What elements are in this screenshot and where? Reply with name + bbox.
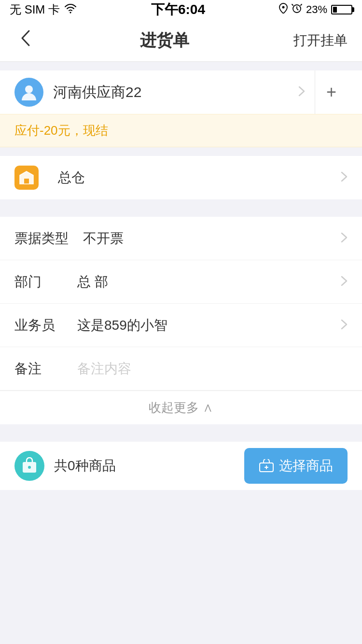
select-goods-button[interactable]: 选择商品 — [244, 448, 348, 484]
remark-label: 备注 — [14, 360, 63, 378]
collapse-button[interactable]: 收起更多 ∧ — [0, 391, 362, 424]
status-bar-left: 无 SIM 卡 — [10, 2, 77, 17]
supplier-name: 河南供应商22 — [53, 83, 298, 102]
salesman-chevron-icon — [341, 318, 348, 333]
warehouse-icon-bg — [14, 166, 39, 190]
nav-bar: 进货单 打开挂单 — [0, 19, 362, 62]
select-goods-label: 选择商品 — [279, 457, 333, 475]
divider-1 — [0, 62, 362, 70]
svg-rect-3 — [24, 179, 29, 184]
status-bar-time: 下午6:04 — [151, 0, 205, 19]
battery-label: 23% — [306, 3, 327, 16]
collapse-label: 收起更多 ∧ — [149, 399, 213, 416]
salesman-row[interactable]: 业务员 这是859的小智 — [0, 304, 362, 347]
page-title: 进货单 — [140, 29, 189, 52]
carrier-label: 无 SIM 卡 — [10, 2, 60, 17]
svg-point-0 — [282, 6, 284, 9]
warehouse-chevron-icon — [341, 170, 348, 185]
battery-icon — [331, 5, 352, 14]
divider-4 — [0, 424, 362, 433]
notice-bar: 应付-20元，现结 — [0, 114, 362, 147]
salesman-value: 这是859的小智 — [77, 316, 341, 335]
svg-point-2 — [25, 85, 33, 93]
bottom-background — [0, 490, 362, 635]
notice-text: 应付-20元，现结 — [14, 123, 108, 138]
invoice-row[interactable]: 票据类型 不开票 — [0, 217, 362, 260]
status-bar: 无 SIM 卡 下午6:04 23% — [0, 0, 362, 19]
supplier-section: 河南供应商22 + 应付-20元，现结 — [0, 70, 362, 147]
back-button[interactable] — [14, 24, 36, 56]
divider-2 — [0, 147, 362, 156]
invoice-chevron-icon — [341, 231, 348, 246]
divider-3 — [0, 199, 362, 208]
svg-point-5 — [28, 466, 31, 469]
department-label: 部门 — [14, 273, 63, 291]
location-icon — [279, 3, 288, 16]
alarm-icon — [292, 3, 302, 16]
open-pending-button[interactable]: 打开挂单 — [293, 31, 348, 50]
warehouse-name: 总仓 — [58, 168, 341, 187]
supplier-avatar — [14, 78, 43, 107]
status-bar-right: 23% — [279, 3, 352, 16]
salesman-label: 业务员 — [14, 316, 63, 335]
department-chevron-icon — [341, 274, 348, 290]
invoice-value: 不开票 — [83, 229, 341, 248]
wifi-icon — [64, 3, 77, 16]
remark-placeholder: 备注内容 — [77, 360, 348, 378]
supplier-chevron-icon — [298, 84, 305, 100]
department-value: 总 部 — [77, 273, 341, 291]
product-count: 共0种商品 — [54, 457, 244, 475]
invoice-label: 票据类型 — [14, 229, 69, 248]
supplier-row[interactable]: 河南供应商22 + — [0, 70, 362, 114]
remark-row[interactable]: 备注 备注内容 — [0, 347, 362, 391]
warehouse-section: 总仓 — [0, 156, 362, 199]
product-section: 共0种商品 选择商品 — [0, 442, 362, 490]
warehouse-row[interactable]: 总仓 — [0, 156, 362, 199]
form-section: 票据类型 不开票 部门 总 部 业务员 这是859的小智 备注 备注内容 — [0, 217, 362, 424]
add-supplier-button[interactable]: + — [315, 70, 348, 114]
product-icon — [14, 451, 44, 481]
department-row[interactable]: 部门 总 部 — [0, 260, 362, 304]
